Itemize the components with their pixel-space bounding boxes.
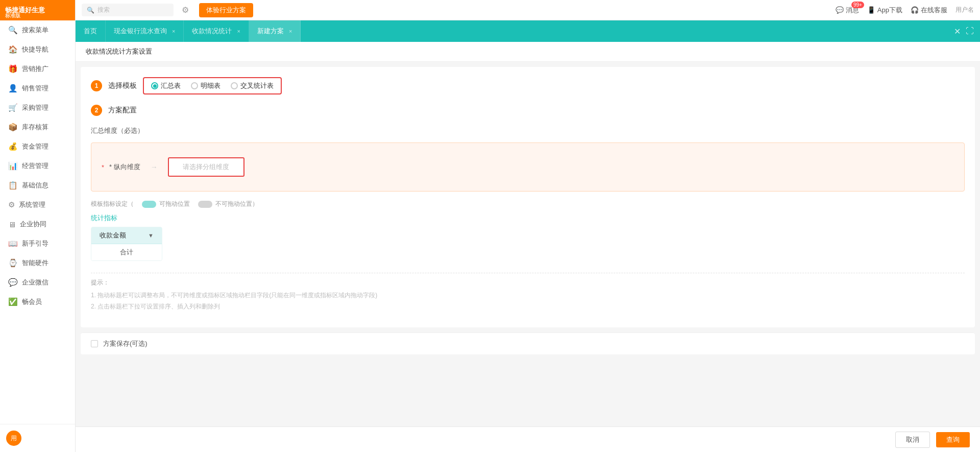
sidebar-item-label: 系统管理 <box>19 200 45 209</box>
tab-receipts-label: 收款情况统计 <box>192 27 232 36</box>
fixed-indicator <box>198 201 212 208</box>
main-section: 1 选择模板 汇总表 明细表 交叉统计表 <box>81 67 975 327</box>
tab-bank-flow-close[interactable]: × <box>172 28 175 34</box>
sidebar-item-label: 智能硬件 <box>22 258 48 268</box>
tab-bank-flow-label: 现金银行流水查询 <box>114 27 167 36</box>
footer-bar: 取消 查询 <box>76 426 980 452</box>
stats-column-label: 收款金额 <box>100 231 126 240</box>
window-close-icon[interactable]: ✕ <box>954 27 961 36</box>
sidebar-item-label: 库存核算 <box>22 123 48 132</box>
page-title: 收款情况统计方案设置 <box>86 47 152 55</box>
topbar: 🔍 搜索 ⚙ 体验行业方案 💬 消息 99+ 📱 App下载 🎧 在线客服 用户… <box>76 0 980 20</box>
radio-detail-circle <box>191 82 198 89</box>
sidebar-item-system[interactable]: ⚙ 系统管理 <box>0 195 75 215</box>
download-icon: 📱 <box>867 6 875 14</box>
radio-detail-label: 明细表 <box>201 81 220 90</box>
wechat-icon: 💬 <box>8 278 18 287</box>
step2-row: 2 方案配置 <box>91 105 965 116</box>
fixed-legend: 不可拖动位置） <box>198 200 258 208</box>
tab-receipts-stats[interactable]: 收款情况统计 × <box>184 20 249 42</box>
chevron-down-icon[interactable]: ▼ <box>148 232 154 239</box>
sidebar-item-label: 营销推广 <box>22 64 48 74</box>
search-bar[interactable]: 🔍 搜索 <box>82 4 174 16</box>
indicator-settings-label: 模板指标设定（ <box>91 200 134 208</box>
sidebar-item-label: 采购管理 <box>22 103 48 112</box>
marketing-icon: 🎁 <box>8 64 18 74</box>
tab-receipts-close[interactable]: × <box>237 28 240 34</box>
step1-badge: 1 <box>91 80 102 91</box>
tips-title: 提示： <box>91 278 965 287</box>
query-button[interactable]: 查询 <box>936 432 970 447</box>
sidebar-item-quick-nav[interactable]: 🏠 快捷导航 <box>0 40 75 59</box>
sidebar-item-sales[interactable]: 👤 销售管理 <box>0 79 75 98</box>
tab-home[interactable]: 首页 <box>76 20 106 42</box>
search-menu-icon: 🔍 <box>8 26 18 35</box>
hardware-icon: ⌚ <box>8 258 18 268</box>
cancel-button[interactable]: 取消 <box>895 432 930 448</box>
funds-icon: 💰 <box>8 142 18 151</box>
sidebar-item-member[interactable]: ✅ 畅会员 <box>0 292 75 312</box>
sidebar-item-enterprise[interactable]: 🖥 企业协同 <box>0 215 75 234</box>
quick-nav-icon: 🏠 <box>8 45 18 54</box>
tab-new-plan[interactable]: 新建方案 × <box>249 20 301 42</box>
download-item[interactable]: 📱 App下载 <box>867 6 902 15</box>
vertical-label: * 纵向维度 <box>109 162 140 172</box>
radio-summary-circle <box>151 82 158 89</box>
sidebar-item-label: 经营管理 <box>22 161 48 171</box>
radio-cross[interactable]: 交叉统计表 <box>231 81 274 90</box>
step1-row: 1 选择模板 汇总表 明细表 交叉统计表 <box>91 77 965 94</box>
system-icon: ⚙ <box>8 200 15 209</box>
avatar: 用 <box>6 431 21 446</box>
tips-section: 提示： 1. 拖动标题栏可以调整布局，不可跨维度或指标区域拖动栏目字段(只能在同… <box>91 273 965 317</box>
sidebar-item-basics[interactable]: 📋 基础信息 <box>0 176 75 195</box>
search-icon: 🔍 <box>87 7 94 14</box>
page-title-bar: 收款情况统计方案设置 <box>76 42 980 62</box>
sidebar-item-hardware[interactable]: ⌚ 智能硬件 <box>0 253 75 273</box>
user-item[interactable]: 用户名 <box>955 6 974 14</box>
required-star: * <box>102 163 104 171</box>
window-controls: ✕ ⛶ <box>954 27 980 36</box>
sales-icon: 👤 <box>8 84 18 93</box>
fixed-label: 不可拖动位置） <box>215 200 258 208</box>
sidebar-item-purchase[interactable]: 🛒 采购管理 <box>0 98 75 117</box>
settings-icon[interactable]: ⚙ <box>182 5 189 15</box>
stats-table-header: 收款金额 ▼ <box>91 227 162 244</box>
sidebar: 畅捷通好生意 标准版 🔍 搜索菜单 🏠 快捷导航 🎁 营销推广 👤 销售管理 🛒… <box>0 0 76 452</box>
step1-label: 选择模板 <box>108 81 137 90</box>
tab-new-plan-label: 新建方案 <box>257 27 284 36</box>
version-badge: 标准版 <box>5 12 20 19</box>
sidebar-item-search-menu[interactable]: 🔍 搜索菜单 <box>0 20 75 40</box>
stats-table: 收款金额 ▼ 合计 <box>91 227 162 261</box>
sidebar-item-label: 资金管理 <box>22 142 48 151</box>
stats-total-label: 合计 <box>120 248 133 256</box>
draggable-legend: 可拖动位置 <box>142 200 190 208</box>
notification-item[interactable]: 💬 消息 99+ <box>836 6 859 15</box>
summary-dimension-title: 汇总维度（必选） <box>91 126 965 135</box>
save-checkbox[interactable] <box>91 340 98 347</box>
purchase-icon: 🛒 <box>8 103 18 112</box>
sidebar-item-operations[interactable]: 📊 经营管理 <box>0 156 75 176</box>
stock-icon: 📦 <box>8 123 18 132</box>
sidebar-item-guide[interactable]: 📖 新手引导 <box>0 234 75 253</box>
dimension-select[interactable]: 请选择分组维度 <box>168 157 244 177</box>
sidebar-item-label: 基础信息 <box>22 181 48 190</box>
service-icon: 🎧 <box>911 6 919 14</box>
sidebar-item-funds[interactable]: 💰 资金管理 <box>0 137 75 156</box>
sidebar-item-marketing[interactable]: 🎁 营销推广 <box>0 59 75 79</box>
notification-icon: 💬 <box>836 6 844 14</box>
service-label: 在线客服 <box>921 6 947 15</box>
draggable-indicator <box>142 201 156 208</box>
radio-summary[interactable]: 汇总表 <box>151 81 181 90</box>
sidebar-item-wechat[interactable]: 💬 企业微信 <box>0 273 75 292</box>
search-placeholder: 搜索 <box>97 6 110 14</box>
tab-new-plan-close[interactable]: × <box>289 28 292 34</box>
orange-dimension-area: * * 纵向维度 → 请选择分组维度 <box>91 142 965 192</box>
radio-cross-label: 交叉统计表 <box>240 81 274 90</box>
tab-bank-flow[interactable]: 现金银行流水查询 × <box>106 20 184 42</box>
sidebar-item-label: 畅会员 <box>22 297 42 306</box>
radio-detail[interactable]: 明细表 <box>191 81 220 90</box>
sidebar-item-stock[interactable]: 📦 库存核算 <box>0 117 75 137</box>
trial-button[interactable]: 体验行业方案 <box>199 3 253 17</box>
window-maximize-icon[interactable]: ⛶ <box>966 27 974 36</box>
service-item[interactable]: 🎧 在线客服 <box>911 6 947 15</box>
